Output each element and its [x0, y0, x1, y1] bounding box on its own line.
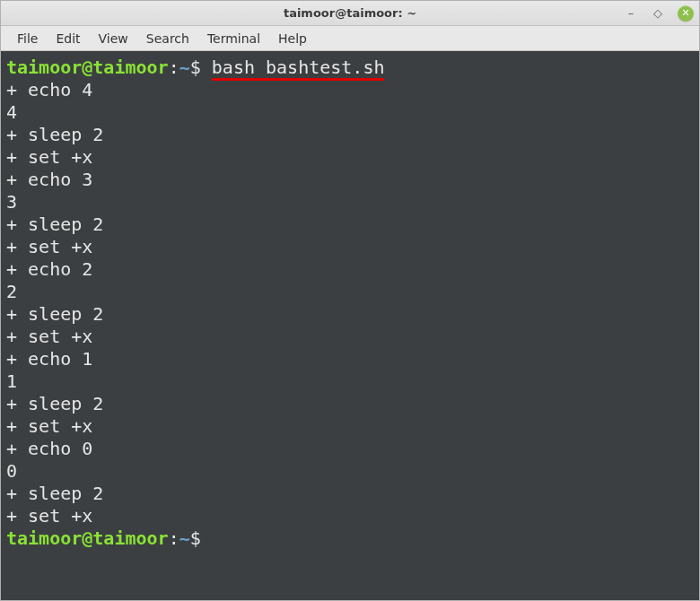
output-line: + echo 3: [6, 169, 694, 191]
output-line: + echo 1: [6, 348, 694, 370]
output-line: + sleep 2: [6, 303, 694, 326]
entered-command: bash bashtest.sh: [212, 57, 385, 78]
prompt-user-host: taimoor@taimoor: [6, 57, 169, 78]
menu-file[interactable]: File: [8, 28, 47, 49]
prompt-sigil: $: [190, 527, 201, 549]
output-line: + sleep 2: [6, 213, 694, 236]
output-line: + set +x: [6, 326, 694, 348]
prompt-line: taimoor@taimoor:~$: [6, 527, 694, 550]
output-line: + sleep 2: [6, 483, 694, 505]
command-line: taimoor@taimoor:~$ bash bashtest.sh: [6, 57, 694, 79]
minimize-button[interactable]: –: [624, 6, 638, 21]
output-line: 2: [6, 281, 694, 303]
menu-view[interactable]: View: [90, 28, 137, 49]
output-line: 0: [6, 460, 694, 483]
menubar: File Edit View Search Terminal Help: [1, 26, 699, 51]
output-line: + echo 0: [6, 438, 694, 460]
menu-search[interactable]: Search: [137, 28, 198, 49]
prompt-user-host: taimoor@taimoor: [6, 527, 169, 549]
output-line: + set +x: [6, 146, 694, 169]
menu-edit[interactable]: Edit: [47, 28, 89, 49]
output-line: + set +x: [6, 505, 694, 527]
menu-terminal[interactable]: Terminal: [198, 28, 269, 49]
prompt-colon: :: [169, 527, 179, 549]
output-line: + echo 4: [6, 79, 694, 101]
prompt-path: ~: [179, 527, 190, 549]
output-line: + echo 2: [6, 258, 694, 281]
terminal-window: taimoor@taimoor: ~ – ◇ ✕ File Edit View …: [0, 0, 700, 601]
prompt-sigil: $: [190, 57, 201, 78]
menu-help[interactable]: Help: [269, 28, 316, 49]
prompt-colon: :: [169, 57, 179, 78]
output-line: + sleep 2: [6, 393, 694, 415]
output-line: 1: [6, 370, 694, 393]
output-line: 3: [6, 191, 694, 213]
output-line: + set +x: [6, 236, 694, 258]
window-title: taimoor@taimoor: ~: [284, 6, 416, 20]
close-button[interactable]: ✕: [678, 5, 694, 22]
underline-icon: [212, 78, 385, 81]
prompt-path: ~: [179, 57, 190, 78]
maximize-button[interactable]: ◇: [651, 6, 665, 21]
titlebar: taimoor@taimoor: ~ – ◇ ✕: [1, 1, 699, 26]
output-line: + sleep 2: [6, 124, 694, 146]
terminal-area[interactable]: taimoor@taimoor:~$ bash bashtest.sh+ ech…: [1, 51, 699, 600]
output-line: 4: [6, 101, 694, 124]
titlebar-controls: – ◇ ✕: [624, 1, 694, 25]
output-line: + set +x: [6, 415, 694, 438]
